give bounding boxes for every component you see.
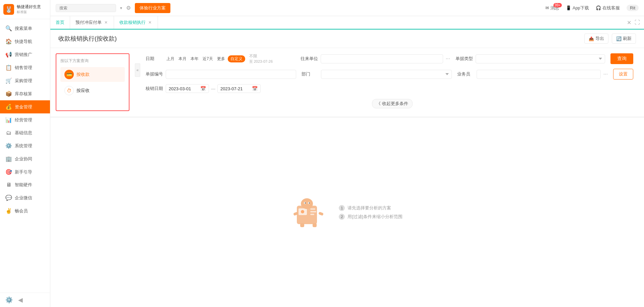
staff-label: 业务员	[457, 71, 474, 77]
filter-row-3: 核销日期 📅 — 📅	[146, 84, 639, 93]
date-field: 日期 上月 本月 本年 近7天 更多 自定义 不限 至	[146, 53, 295, 64]
sidebar-item-guide[interactable]: 🎯 新手引导	[0, 165, 50, 178]
customer-service-button[interactable]: 🎧 在线客服	[596, 5, 620, 11]
message-button[interactable]: ✉ 消息 99+	[545, 5, 559, 11]
gear-icon[interactable]: ⚙	[126, 5, 131, 11]
date-7days[interactable]: 近7天	[201, 55, 214, 62]
doc-type-label: 单据类型	[455, 56, 473, 62]
empty-tip-2: 2 用[过滤]条件来缩小分析范围	[339, 214, 402, 220]
tab-maximize-icon[interactable]: ⛶	[635, 19, 640, 25]
solution-button[interactable]: 体验行业方案	[135, 3, 170, 13]
svg-point-11	[305, 203, 306, 204]
tabbar: 首页 预付冲应付单 ✕ 收款核销执行 ✕ ✕ ⛶	[50, 16, 644, 30]
verify-date-start-wrap: 📅	[166, 84, 209, 93]
search-input[interactable]	[56, 4, 116, 12]
sidebar-item-label: 企业微信	[15, 195, 32, 201]
doc-num-input[interactable]	[166, 70, 296, 79]
date-this-month[interactable]: 本月	[177, 55, 188, 62]
hardware-icon: 🖥	[5, 182, 12, 188]
sidebar-item-finance[interactable]: 💰 资金管理	[0, 100, 50, 113]
collapse-icon[interactable]: ◀	[18, 296, 23, 304]
sidebar-item-label: 营销推广	[15, 52, 32, 58]
page-header: 收款核销执行(按收款) 📤 导出 🔄 刷新	[50, 30, 644, 48]
topbar: ▾ ⚙ 体验行业方案 ✉ 消息 99+ 📱 App下载 🎧 在线客服 Rit	[50, 0, 644, 16]
counterparty-more-icon[interactable]: ···	[446, 56, 450, 62]
counterparty-label: 往来单位	[301, 56, 318, 62]
app-tag: 标准版	[17, 10, 41, 14]
tip-num-1: 1	[339, 205, 345, 211]
filter-type-by-receivable[interactable]: ⏱ 按应收	[60, 83, 125, 98]
sidebar-item-search-menu[interactable]: 🔍 搜索菜单	[0, 22, 50, 35]
sidebar-item-hardware[interactable]: 🖥 智能硬件	[0, 178, 50, 191]
staff-input[interactable]	[477, 70, 600, 79]
sidebar-item-wechat[interactable]: 💬 企业微信	[0, 191, 50, 204]
refresh-icon: 🔄	[616, 36, 622, 41]
expand-more-button[interactable]: 《 收起更多条件	[372, 99, 413, 108]
tab-close-all-icon[interactable]: ✕	[627, 19, 631, 26]
dept-field: 部门	[302, 70, 452, 79]
receivable-type-icon: ⏱	[64, 86, 74, 95]
sidebar-item-sales[interactable]: 📋 销售管理	[0, 61, 50, 74]
sidebar-item-inventory[interactable]: 📦 库存核算	[0, 87, 50, 100]
tab-prepay[interactable]: 预付冲应付单 ✕	[70, 16, 114, 29]
sidebar-item-basic-info[interactable]: 🗂 基础信息	[0, 126, 50, 139]
app-download-button[interactable]: 📱 App下载	[566, 5, 589, 11]
message-badge: 99+	[553, 3, 562, 7]
setting-btn-col: 设置	[613, 69, 639, 80]
sidebar-item-label: 快捷导航	[15, 39, 32, 45]
topbar-right: ✉ 消息 99+ 📱 App下载 🎧 在线客服 Rit	[545, 5, 639, 11]
date-custom[interactable]: 自定义	[228, 55, 245, 62]
chevron-down-icon[interactable]: ▾	[120, 6, 122, 10]
receipt-type-icon: 💳	[64, 70, 74, 79]
filter-type-panel: 按以下方案查询 💳 按收款 ⏱ 按应收	[56, 53, 129, 111]
dept-label: 部门	[302, 71, 318, 77]
sidebar-bottom: ⚙️ ◀	[0, 293, 50, 307]
member-icon: ✌	[5, 208, 12, 214]
sidebar-nav: 🔍 搜索菜单 🏠 快捷导航 📢 营销推广 📋 销售管理 🛒 采购管理 📦 库存核…	[0, 19, 50, 293]
verify-date-start-input[interactable]	[169, 86, 199, 91]
query-button[interactable]: 查询	[610, 53, 633, 64]
export-icon: 📤	[589, 36, 594, 41]
counterparty-input[interactable]	[321, 54, 443, 63]
sidebar-item-quick-nav[interactable]: 🏠 快捷导航	[0, 35, 50, 48]
doc-type-select[interactable]	[476, 54, 605, 63]
content-area: 收款核销执行(按收款) 📤 导出 🔄 刷新 按以下方案查询 💳 按收款	[50, 30, 644, 307]
setting-button[interactable]: 设置	[613, 69, 633, 80]
sidebar-item-label: 经营管理	[15, 117, 32, 123]
home-tab-label: 首页	[56, 19, 64, 25]
date-this-year[interactable]: 本年	[189, 55, 200, 62]
counterparty-field: 往来单位 ···	[301, 54, 450, 63]
date-to: 至 2023-07-26	[249, 59, 273, 64]
user-avatar[interactable]: Rit	[627, 5, 639, 11]
tab-collection[interactable]: 收款核销执行 ✕	[114, 16, 158, 29]
service-icon: 🎧	[596, 5, 601, 10]
verify-date-end-input[interactable]	[220, 86, 251, 91]
sidebar-item-enterprise[interactable]: 🏢 企业协同	[0, 152, 50, 165]
staff-field: 业务员 ···	[457, 70, 608, 79]
refresh-button[interactable]: 🔄 刷新	[612, 34, 636, 44]
date-last-month[interactable]: 上月	[165, 55, 176, 62]
sidebar-item-label: 智能硬件	[15, 182, 32, 188]
filter-type-by-receipt[interactable]: 💳 按收款	[60, 67, 125, 82]
sidebar-item-system[interactable]: ⚙️ 系统管理	[0, 139, 50, 152]
receivable-type-label: 按应收	[76, 88, 90, 94]
sidebar-item-marketing[interactable]: 📢 营销推广	[0, 48, 50, 61]
sidebar-item-purchase[interactable]: 🛒 采购管理	[0, 74, 50, 87]
calendar-end-icon[interactable]: 📅	[252, 86, 258, 91]
dept-select[interactable]	[321, 70, 452, 79]
sidebar-item-label: 库存核算	[15, 91, 32, 97]
receipt-type-label: 按收款	[76, 71, 90, 78]
tab-home[interactable]: 首页	[50, 16, 70, 29]
staff-more-icon[interactable]: ···	[603, 71, 608, 77]
tip-num-2: 2	[339, 214, 345, 220]
collapse-panel-button[interactable]: «	[135, 63, 140, 77]
settings-icon[interactable]: ⚙️	[5, 296, 13, 304]
sidebar-item-member[interactable]: ✌ 畅会员	[0, 204, 50, 217]
sidebar-item-management[interactable]: 📊 经营管理	[0, 113, 50, 126]
date-more[interactable]: 更多	[216, 55, 226, 62]
filter-row-2: 单据编号 部门 业务员 ···	[146, 69, 639, 80]
calendar-start-icon[interactable]: 📅	[200, 86, 206, 91]
prepay-tab-close-icon[interactable]: ✕	[104, 19, 108, 25]
export-button[interactable]: 📤 导出	[584, 34, 608, 44]
collection-tab-close-icon[interactable]: ✕	[148, 19, 152, 25]
